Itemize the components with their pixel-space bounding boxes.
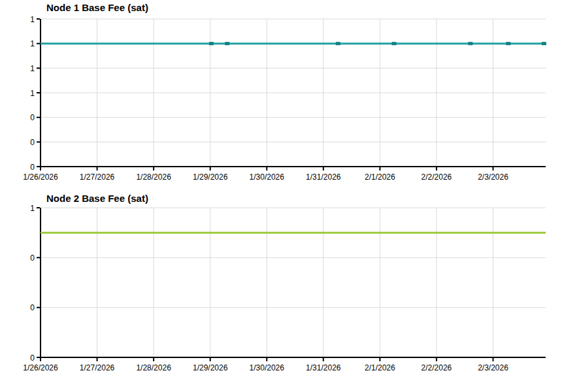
chart-2-title: Node 2 Base Fee (sat) <box>46 193 148 204</box>
x-tick-label: 2/1/2026 <box>365 363 395 372</box>
y-tick-label: 0 <box>30 138 35 147</box>
data-point-marker <box>209 42 214 45</box>
x-tick-label: 1/31/2026 <box>306 363 341 372</box>
y-tick-label: 1 <box>30 64 35 73</box>
chart-node-2-base-fee: 00011/26/20261/27/20261/28/20261/29/2026… <box>0 189 562 392</box>
x-tick-label: 2/3/2026 <box>478 172 508 182</box>
chart-2-canvas: 00011/26/20261/27/20261/28/20261/29/2026… <box>0 189 562 392</box>
x-tick-label: 1/28/2026 <box>136 172 171 182</box>
x-tick-label: 1/27/2026 <box>80 172 115 182</box>
x-tick-label: 2/2/2026 <box>422 363 452 372</box>
chart-node-1-base-fee: 00011111/26/20261/27/20261/28/20261/29/2… <box>0 0 562 189</box>
data-point-marker <box>225 42 229 45</box>
x-tick-label: 1/31/2026 <box>306 172 341 182</box>
x-tick-label: 2/1/2026 <box>365 172 395 182</box>
y-tick-label: 0 <box>30 353 35 363</box>
chart-1-canvas: 00011111/26/20261/27/20261/28/20261/29/2… <box>0 0 562 189</box>
data-point-marker <box>336 42 340 45</box>
y-tick-label: 1 <box>30 204 35 213</box>
base-fee-dashboard: 00011111/26/20261/27/20261/28/20261/29/2… <box>0 0 562 392</box>
y-tick-label: 1 <box>30 39 35 48</box>
x-tick-label: 1/26/2026 <box>23 172 58 182</box>
y-tick-label: 0 <box>30 303 35 312</box>
x-tick-label: 1/29/2026 <box>193 172 228 182</box>
data-point-marker <box>542 42 546 45</box>
x-tick-label: 1/29/2026 <box>193 363 228 372</box>
x-tick-label: 1/27/2026 <box>80 363 115 372</box>
chart-1-title: Node 1 Base Fee (sat) <box>46 2 148 13</box>
x-tick-label: 2/2/2026 <box>422 172 452 182</box>
x-tick-label: 2/3/2026 <box>478 363 508 372</box>
data-point-marker <box>468 42 472 45</box>
x-tick-label: 1/30/2026 <box>250 172 285 182</box>
y-tick-label: 0 <box>30 113 35 122</box>
y-tick-label: 0 <box>30 163 35 172</box>
y-tick-label: 0 <box>30 253 35 263</box>
y-tick-label: 1 <box>30 89 35 98</box>
data-point-marker <box>392 42 397 45</box>
x-tick-label: 1/28/2026 <box>136 363 171 372</box>
y-tick-label: 1 <box>30 15 35 24</box>
x-tick-label: 1/30/2026 <box>250 363 285 372</box>
data-point-marker <box>506 42 510 45</box>
x-tick-label: 1/26/2026 <box>23 363 58 372</box>
